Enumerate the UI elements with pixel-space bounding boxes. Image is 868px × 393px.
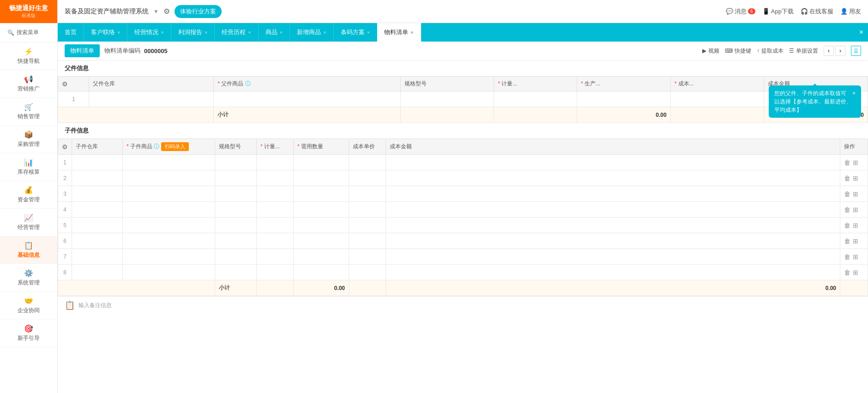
copy-row-icon[interactable]: ⊞ [853,222,858,229]
child-unitcost-cell[interactable] [349,265,386,280]
tab-profit-report[interactable]: 利润报告 × [171,23,215,42]
child-unitcost-cell[interactable] [349,186,386,202]
tab-operation-status[interactable]: 经营情况 × [127,23,171,42]
child-measure-cell[interactable] [257,218,294,233]
close-tab-icon[interactable]: × [280,30,283,35]
child-spec-cell[interactable] [215,233,257,249]
sidebar-item-marketing[interactable]: 📢 营销推广 [0,70,57,98]
delete-row-icon[interactable]: 🗑 [844,206,850,213]
bottom-icon[interactable]: 📋 [65,300,75,310]
next-page-button[interactable]: › [835,46,845,56]
close-tab-icon[interactable]: × [367,30,370,35]
child-spec-cell[interactable] [215,170,257,186]
child-qty-cell[interactable] [294,202,349,218]
shortcut-button[interactable]: ⌨ 快捷键 [725,47,751,55]
copy-row-icon[interactable]: ⊞ [853,206,858,213]
parent-product-cell[interactable] [214,91,401,107]
sidebar-item-purchase[interactable]: 📦 采购管理 [0,126,57,153]
delete-row-icon[interactable]: 🗑 [844,253,850,260]
child-qty-cell[interactable] [294,155,349,170]
child-unitcost-cell[interactable] [349,233,386,249]
child-column-settings-icon[interactable]: ⚙ [62,143,68,151]
prev-page-button[interactable]: ‹ [824,46,834,56]
child-qty-cell[interactable] [294,186,349,202]
sidebar-item-inventory[interactable]: 📊 库存核算 [0,153,57,181]
child-qty-cell[interactable] [294,233,349,249]
child-measure-cell[interactable] [257,170,294,186]
child-warehouse-cell[interactable] [72,249,123,265]
sidebar-item-finance[interactable]: 💰 资金管理 [0,181,57,209]
parent-measure-cell[interactable] [494,91,577,107]
child-qty-cell[interactable] [294,218,349,233]
child-product-cell[interactable] [123,249,215,265]
child-warehouse-cell[interactable] [72,170,123,186]
delete-row-icon[interactable]: 🗑 [844,175,850,182]
grid-view-button[interactable]: ☰ [851,46,861,56]
settings-gear-icon[interactable]: ⚙ [163,7,170,16]
child-spec-cell[interactable] [215,249,257,265]
child-unitcost-cell[interactable] [349,218,386,233]
tab-customer[interactable]: 客户联络 × [84,23,127,42]
tab-barcode-plan[interactable]: 条码方案 × [334,23,377,42]
copy-row-icon[interactable]: ⊞ [853,190,858,198]
copy-row-icon[interactable]: ⊞ [853,269,858,276]
child-unitcost-cell[interactable] [349,170,386,186]
delete-row-icon[interactable]: 🗑 [844,190,850,198]
delete-row-icon[interactable]: 🗑 [844,269,850,276]
child-spec-cell[interactable] [215,155,257,170]
child-measure-cell[interactable] [257,249,294,265]
parent-warehouse-cell[interactable] [89,91,214,107]
child-product-cell[interactable] [123,202,215,218]
copy-row-icon[interactable]: ⊞ [853,159,858,166]
child-unitcost-cell[interactable] [349,202,386,218]
app-download-button[interactable]: 📱 App下载 [762,7,794,16]
close-all-tabs-icon[interactable]: × [859,28,863,36]
child-unitcost-cell[interactable] [349,249,386,265]
tab-home[interactable]: 首页 [58,23,84,42]
child-warehouse-cell[interactable] [72,155,123,170]
copy-row-icon[interactable]: ⊞ [853,175,858,182]
close-tab-icon[interactable]: × [323,30,326,35]
tab-new-products[interactable]: 新增商品 × [290,23,333,42]
parent-production-cell[interactable] [577,91,670,107]
video-button[interactable]: ▶ 视频 [702,47,719,55]
child-measure-cell[interactable] [257,155,294,170]
message-button[interactable]: 💬 消息 6 [726,7,755,16]
child-warehouse-cell[interactable] [72,233,123,249]
child-product-cell[interactable] [123,170,215,186]
sidebar-item-sales[interactable]: 🛒 销售管理 [0,98,57,126]
tab-bom-list[interactable]: 物料清单 × [377,23,421,42]
sub-tab-bom-list[interactable]: 物料清单 [65,44,100,57]
child-warehouse-cell[interactable] [72,202,123,218]
child-spec-cell[interactable] [215,218,257,233]
close-tab-icon[interactable]: × [205,30,207,35]
scan-input-button[interactable]: 扫码录入 [161,142,189,151]
single-settings-button[interactable]: ☰ 单据设置 [789,47,818,55]
delete-row-icon[interactable]: 🗑 [844,159,850,166]
close-tab-icon[interactable]: × [161,30,163,35]
child-measure-cell[interactable] [257,202,294,218]
extract-cost-button[interactable]: ↑ 提取成本 [757,47,784,55]
user-avatar[interactable]: 👤 用友 [840,7,861,16]
child-spec-cell[interactable] [215,202,257,218]
child-qty-cell[interactable] [294,249,349,265]
child-spec-cell[interactable] [215,265,257,280]
child-unitcost-cell[interactable] [349,155,386,170]
child-measure-cell[interactable] [257,265,294,280]
child-product-cell[interactable] [123,186,215,202]
close-bom-tab-icon[interactable]: × [410,30,413,35]
child-qty-cell[interactable] [294,170,349,186]
tooltip-close-button[interactable]: × [852,89,856,97]
child-product-cell[interactable] [123,265,215,280]
sidebar-item-cooperation[interactable]: 🤝 企业协同 [0,292,57,320]
tab-operation-history[interactable]: 经营历程 × [215,23,258,42]
child-product-cell[interactable] [123,233,215,249]
child-warehouse-cell[interactable] [72,186,123,202]
child-product-cell[interactable] [123,155,215,170]
child-qty-cell[interactable] [294,265,349,280]
copy-row-icon[interactable]: ⊞ [853,237,858,245]
delete-row-icon[interactable]: 🗑 [844,237,850,245]
child-measure-cell[interactable] [257,233,294,249]
sidebar-item-guide[interactable]: 🎯 新手引导 [0,320,57,347]
tab-products[interactable]: 商品 × [259,23,290,42]
